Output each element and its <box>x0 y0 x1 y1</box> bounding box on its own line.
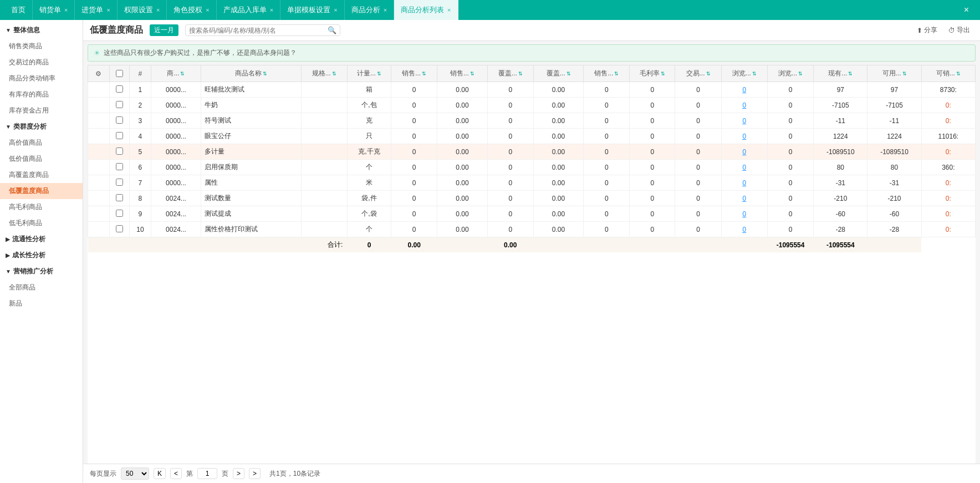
th-checkbox[interactable] <box>109 65 129 82</box>
nav-template-settings-close[interactable]: × <box>334 7 337 13</box>
nav-home[interactable]: 首页 <box>4 0 33 20</box>
page-number-input[interactable] <box>197 468 217 479</box>
sidebar-item-category-turnover[interactable]: 商品分类动销率 <box>0 70 83 87</box>
nav-product-entry-close[interactable]: × <box>270 7 273 13</box>
page-size-select[interactable]: 50 100 200 <box>121 467 149 480</box>
cell-view1-7[interactable]: 0 <box>721 191 767 206</box>
sidebar-item-high-value[interactable]: 高价值商品 <box>0 135 83 151</box>
sidebar-section-overall[interactable]: ▼ 整体信息 <box>0 22 83 38</box>
export-button[interactable]: ⏱ 导出 <box>945 24 973 36</box>
th-cov1[interactable]: 覆盖...⇅ <box>487 65 533 82</box>
cell-view1-9[interactable]: 0 <box>721 222 767 237</box>
cell-view1-6[interactable]: 0 <box>721 175 767 191</box>
nav-template-settings[interactable]: 单据模板设置 × <box>280 0 344 20</box>
th-view2[interactable]: 浏览...⇅ <box>767 65 813 82</box>
sidebar-item-in-stock-goods[interactable]: 有库存的商品 <box>0 87 83 103</box>
cell-view1-0[interactable]: 0 <box>721 82 767 98</box>
th-code[interactable]: 商...⇅ <box>151 65 201 82</box>
cell-checkbox-7[interactable] <box>109 191 129 206</box>
cell-view1-2[interactable]: 0 <box>721 113 767 129</box>
th-cov2[interactable]: 覆盖...⇅ <box>533 65 583 82</box>
cell-checkbox-1[interactable] <box>109 98 129 113</box>
th-name[interactable]: 商品名称⇅ <box>201 65 302 82</box>
nav-purchase[interactable]: 进货单 × <box>75 0 117 20</box>
sidebar-section-marketing[interactable]: ▼ 营销推广分析 <box>0 263 83 279</box>
nav-role-auth[interactable]: 角色授权 × <box>167 0 216 20</box>
nav-role-auth-close[interactable]: × <box>206 7 209 13</box>
cell-checkbox-2[interactable] <box>109 113 129 129</box>
sidebar-item-low-margin[interactable]: 低毛利商品 <box>0 215 83 231</box>
th-view1[interactable]: 浏览...⇅ <box>721 65 767 82</box>
cell-code-3: 0000... <box>151 129 201 144</box>
cell-view1-1[interactable]: 0 <box>721 98 767 113</box>
sidebar-item-sales-goods[interactable]: 销售类商品 <box>0 38 83 54</box>
cell-view2-6: 0 <box>767 175 813 191</box>
cell-view1-8[interactable]: 0 <box>721 206 767 222</box>
cell-view1-3[interactable]: 0 <box>721 129 767 144</box>
th-sales-amt[interactable]: 销售...⇅ <box>437 65 487 82</box>
nav-product-analysis-list[interactable]: 商品分析列表 × <box>394 0 458 20</box>
nav-sales[interactable]: 销货单 × <box>33 0 75 20</box>
sidebar-item-low-coverage[interactable]: 低覆盖度商品 <box>0 183 83 199</box>
th-sales-qty[interactable]: 销售...⇅ <box>391 65 437 82</box>
first-page-button[interactable]: K <box>154 468 166 479</box>
sidebar-item-all-goods[interactable]: 全部商品 <box>0 279 83 296</box>
cell-avail-9: -28 <box>867 222 921 237</box>
sidebar-item-high-coverage[interactable]: 高覆盖度商品 <box>0 167 83 183</box>
th-gross[interactable]: 毛利率⇅ <box>630 65 675 82</box>
prev-page-button[interactable]: < <box>170 468 182 479</box>
cell-checkbox-3[interactable] <box>109 129 129 144</box>
sidebar-section-growth[interactable]: ▶ 成长性分析 <box>0 247 83 263</box>
cell-checkbox-0[interactable] <box>109 82 129 98</box>
sidebar-section-cluster[interactable]: ▼ 类群度分析 <box>0 119 83 135</box>
window-close-button[interactable]: × <box>957 5 976 15</box>
th-sales3[interactable]: 销售...⇅ <box>584 65 630 82</box>
sidebar-item-stock-capital[interactable]: 库存资金占用 <box>0 103 83 119</box>
th-trade[interactable]: 交易...⇅ <box>675 65 721 82</box>
nav-auth-settings-close[interactable]: × <box>156 7 160 13</box>
cell-name-9: 属性价格打印测试 <box>201 222 302 237</box>
cell-cov2-6: 0.00 <box>533 175 583 191</box>
th-unit[interactable]: 计量...⇅ <box>347 65 391 82</box>
info-text: 这些商品只有很少客户购买过，是推广不够，还是商品本身问题？ <box>104 48 297 58</box>
nav-product-entry[interactable]: 产成品入库单 × <box>217 0 280 20</box>
sidebar-item-low-value[interactable]: 低价值商品 <box>0 151 83 167</box>
cell-cov2-1: 0.00 <box>533 98 583 113</box>
cell-checkbox-4[interactable] <box>109 144 129 160</box>
th-avail-stock[interactable]: 可用...⇅ <box>867 65 921 82</box>
nav-sales-close[interactable]: × <box>64 7 68 13</box>
data-table-container[interactable]: ⚙ # 商...⇅ 商品名称⇅ 规格...⇅ <box>88 65 976 464</box>
cell-gross-8: 0 <box>630 206 675 222</box>
search-input[interactable] <box>189 27 328 34</box>
next-page-button[interactable]: > <box>233 468 244 479</box>
sidebar-item-traded-goods[interactable]: 交易过的商品 <box>0 54 83 70</box>
nav-auth-settings[interactable]: 权限设置 × <box>118 0 167 20</box>
sidebar-section-liquidity[interactable]: ▶ 流通性分析 <box>0 231 83 247</box>
cell-checkbox-6[interactable] <box>109 175 129 191</box>
sidebar-item-new-goods[interactable]: 新品 <box>0 296 83 312</box>
share-button[interactable]: ⬆ 分享 <box>913 24 941 36</box>
sidebar-item-high-margin[interactable]: 高毛利商品 <box>0 199 83 215</box>
th-spec[interactable]: 规格...⇅ <box>301 65 347 82</box>
cell-sellable-1: 0: <box>921 98 975 113</box>
th-sellable[interactable]: 可销...⇅ <box>921 65 975 82</box>
cell-settings-3 <box>88 129 110 144</box>
cell-checkbox-8[interactable] <box>109 206 129 222</box>
sidebar-collapse-button[interactable]: « <box>83 42 83 64</box>
cell-checkbox-9[interactable] <box>109 222 129 237</box>
cell-checkbox-5[interactable] <box>109 160 129 175</box>
select-all-checkbox[interactable] <box>116 70 123 77</box>
cell-sales-amt-0: 0.00 <box>437 82 487 98</box>
th-settings[interactable]: ⚙ <box>88 65 110 82</box>
nav-product-analysis-list-close[interactable]: × <box>447 7 451 13</box>
time-filter-button[interactable]: 近一月 <box>150 24 178 36</box>
nav-purchase-close[interactable]: × <box>106 7 110 13</box>
last-page-button[interactable]: > <box>249 468 261 479</box>
nav-product-analysis[interactable]: 商品分析 × <box>345 0 394 20</box>
cell-view1-5[interactable]: 0 <box>721 160 767 175</box>
nav-product-analysis-close[interactable]: × <box>384 7 387 13</box>
th-cur-stock[interactable]: 现有...⇅ <box>814 65 867 82</box>
cell-view1-4[interactable]: 0 <box>721 144 767 160</box>
cell-trade-8: 0 <box>675 206 721 222</box>
cell-code-4: 0000... <box>151 144 201 160</box>
